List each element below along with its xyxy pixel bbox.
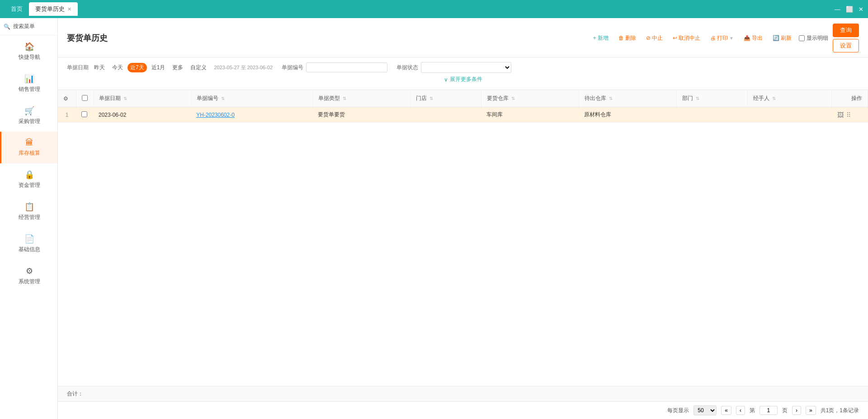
page-header: 要货单历史 + 新增 🗑 删除 ⊘ 中止 ↩ 取消中止 [58, 18, 868, 57]
row-order-no[interactable]: YH-20230602-0 [191, 107, 312, 123]
prev-page-btn[interactable]: ‹ [736, 406, 745, 415]
footer-total-label: 合计： [67, 390, 83, 398]
sort-type-icon: ⇅ [343, 96, 346, 101]
page-number-input[interactable] [760, 406, 778, 415]
cancel-stop-button[interactable]: ↩ 取消中止 [670, 33, 703, 44]
th-date-label: 单据日期 [99, 95, 121, 101]
th-req-warehouse[interactable]: 要货仓库 ⇅ [481, 90, 579, 107]
sidebar-item-quick-nav[interactable]: 🏠 快捷导航 [0, 35, 57, 67]
tab-requisition-history[interactable]: 要货单历史 ✕ [29, 2, 78, 16]
sort-req-warehouse-icon: ⇅ [511, 96, 515, 101]
date-btn-yesterday[interactable]: 昨天 [91, 63, 108, 72]
settings-button[interactable]: 设置 [833, 39, 859, 52]
sidebar-search[interactable]: 🔍 搜索菜单 [0, 18, 57, 35]
stop-button[interactable]: ⊘ 中止 [643, 33, 665, 44]
th-date[interactable]: 单据日期 ⇅ [93, 90, 191, 107]
quick-nav-icon: 🏠 [24, 42, 34, 52]
operations-icon: 📋 [24, 202, 34, 212]
row-view-icon[interactable]: 🖼 [837, 111, 844, 119]
show-detail-checkbox[interactable]: 显示明细 [799, 34, 828, 42]
delete-button[interactable]: 🗑 删除 [616, 33, 639, 44]
select-all-checkbox[interactable] [82, 95, 88, 101]
date-filter-label: 单据日期 [67, 64, 89, 71]
th-order-no-label: 单据编号 [197, 95, 218, 101]
sort-dept-icon: ⇅ [696, 96, 699, 101]
sidebar-item-sales[interactable]: 📊 销售管理 [0, 67, 57, 100]
toolbar: + 新增 🗑 删除 ⊘ 中止 ↩ 取消中止 🖨 [590, 24, 859, 52]
date-btn-7days[interactable]: 近7天 [127, 63, 147, 72]
table-header-row: ⚙ 单据日期 ⇅ 单据编号 ⇅ [58, 90, 868, 107]
sort-store-icon: ⇅ [429, 96, 433, 101]
th-wait-warehouse[interactable]: 待出仓库 ⇅ [579, 90, 676, 107]
export-button[interactable]: 📤 导出 [741, 33, 765, 44]
tab-home[interactable]: 首页 [5, 2, 29, 16]
tab-requisition-label: 要货单历史 [35, 5, 65, 13]
th-handler[interactable]: 经手人 ⇅ [747, 90, 831, 107]
show-detail-input[interactable] [799, 35, 805, 41]
row-dept [676, 107, 747, 123]
th-dept[interactable]: 部门 ⇅ [676, 90, 747, 107]
page-size-select[interactable]: 50 20 100 200 [693, 405, 717, 415]
row-action: 🖼 ⠿ [832, 107, 868, 123]
sidebar-item-system[interactable]: ⚙ 系统管理 [0, 260, 57, 292]
sidebar-item-inventory[interactable]: 🏛 库存核算 [0, 132, 57, 163]
date-filter-buttons: 昨天 今天 近7天 近1月 更多 自定义 [91, 63, 209, 72]
refresh-button[interactable]: 🔄 刷新 [770, 33, 794, 44]
row-handler [747, 107, 831, 123]
print-button[interactable]: 🖨 打印 ▼ [708, 33, 736, 44]
sort-wait-warehouse-icon: ⇅ [609, 96, 613, 101]
delete-button-label: 删除 [625, 34, 636, 42]
row-wait-warehouse: 原材料仓库 [579, 107, 676, 123]
finance-icon: 🔒 [24, 170, 34, 180]
row-checkbox-cell [76, 107, 93, 123]
th-dept-label: 部门 [682, 95, 693, 101]
new-button-label: + 新增 [593, 34, 609, 42]
data-table: ⚙ 单据日期 ⇅ 单据编号 ⇅ [58, 90, 868, 123]
sidebar-item-label: 快捷导航 [19, 53, 40, 61]
tab-close-icon[interactable]: ✕ [67, 6, 71, 12]
th-settings[interactable]: ⚙ [58, 90, 76, 107]
th-order-no[interactable]: 单据编号 ⇅ [191, 90, 312, 107]
page-title-row: 要货单历史 + 新增 🗑 删除 ⊘ 中止 ↩ 取消中止 [67, 24, 859, 52]
table-setting-icon[interactable]: ⚙ [63, 95, 68, 102]
table-body: 1 2023-06-02 YH-20230602-0 要货单要货 车间库 原材料… [58, 107, 868, 123]
status-select[interactable] [421, 62, 511, 73]
sidebar-item-operations[interactable]: 📋 经营管理 [0, 195, 57, 228]
sort-order-no-icon: ⇅ [221, 96, 225, 101]
top-bar: 首页 要货单历史 ✕ — ⬜ ✕ [0, 0, 868, 18]
expand-more-btn[interactable]: ∨ 展开更多条件 [67, 73, 859, 85]
sidebar-item-purchase[interactable]: 🛒 采购管理 [0, 100, 57, 132]
row-more-icon[interactable]: ⠿ [846, 111, 851, 119]
sidebar-item-label: 资金管理 [19, 181, 40, 189]
date-btn-more[interactable]: 更多 [170, 63, 186, 72]
maximize-icon[interactable]: ⬜ [846, 6, 853, 13]
sidebar-item-finance[interactable]: 🔒 资金管理 [0, 163, 57, 195]
date-btn-1month[interactable]: 近1月 [149, 63, 168, 72]
pagination-bar: 每页显示 50 20 100 200 « ‹ 第 页 › » 共1页，1条记录 [58, 401, 868, 419]
table-footer: 合计： [58, 386, 868, 401]
new-button[interactable]: + 新增 [590, 33, 611, 44]
page-title: 要货单历史 [67, 33, 108, 43]
th-type[interactable]: 单据类型 ⇅ [312, 90, 410, 107]
date-btn-custom[interactable]: 自定义 [188, 63, 209, 72]
sidebar-item-label: 系统管理 [19, 278, 40, 286]
query-button[interactable]: 查询 [833, 24, 859, 37]
th-store[interactable]: 门店 ⇅ [410, 90, 481, 107]
filter-area: 单据日期 昨天 今天 近7天 近1月 更多 自定义 2023-05-27 至 2… [58, 57, 868, 90]
date-btn-today[interactable]: 今天 [109, 63, 126, 72]
order-no-input[interactable] [306, 62, 387, 72]
first-page-btn[interactable]: « [721, 406, 731, 415]
table-container: ⚙ 单据日期 ⇅ 单据编号 ⇅ [58, 90, 868, 386]
order-no-link[interactable]: YH-20230602-0 [196, 112, 235, 118]
sidebar-item-label: 采购管理 [19, 118, 40, 125]
close-icon[interactable]: ✕ [859, 6, 863, 13]
row-checkbox[interactable] [81, 111, 87, 117]
sidebar-item-basic[interactable]: 📄 基础信息 [0, 228, 57, 260]
next-page-btn[interactable]: › [792, 406, 801, 415]
sales-icon: 📊 [24, 74, 34, 84]
page-size-label: 每页显示 [667, 407, 689, 414]
last-page-btn[interactable]: » [806, 406, 816, 415]
order-no-label: 单据编号 [282, 64, 303, 71]
action-icons: 🖼 ⠿ [837, 111, 863, 119]
minimize-icon[interactable]: — [835, 6, 840, 13]
